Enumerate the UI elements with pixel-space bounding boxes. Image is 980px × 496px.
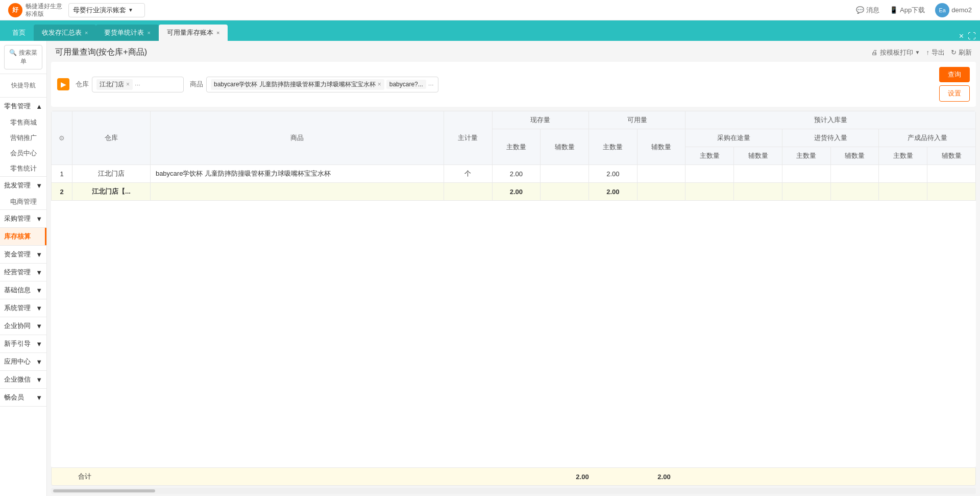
sidebar-section-inventory-header[interactable]: 库存核算 xyxy=(0,228,46,245)
filter-expand-button[interactable]: ▶ xyxy=(57,78,69,90)
sidebar-section-appcenter-header[interactable]: 应用中心 ▼ xyxy=(0,353,46,370)
subtotal-available-main: 2.00 xyxy=(589,183,638,201)
col-settings: ⚙ xyxy=(52,111,72,165)
tab-bar-actions: × ⛶ xyxy=(955,32,980,41)
warehouse-filter-group: 仓库 江北门店 × ··· xyxy=(76,77,184,92)
col-available-header: 可用量 xyxy=(589,111,685,129)
sidebar-item-retail-mall[interactable]: 零售商城 xyxy=(0,115,46,130)
page-header: 可用量查询(按仓库+商品) 🖨 按模板打印 ▼ ↑ 导出 ↻ 刷新 xyxy=(47,41,980,62)
row-1-purchase-aux xyxy=(734,165,782,183)
export-icon: ↑ xyxy=(926,49,930,56)
chevron-icon: ▼ xyxy=(36,358,42,366)
warehouse-field-ellipsis[interactable]: ··· xyxy=(135,81,140,88)
refresh-btn[interactable]: ↻ 刷新 xyxy=(951,48,972,57)
chevron-icon: ▼ xyxy=(36,340,42,348)
sidebar-section-operations-header[interactable]: 经营管理 ▼ xyxy=(0,264,46,281)
sidebar-section-retail-header[interactable]: 零售管理 ▲ xyxy=(0,98,46,115)
tab-home[interactable]: 首页 xyxy=(4,25,34,41)
chevron-icon: ▼ xyxy=(36,269,42,276)
row-1-purchase-main xyxy=(685,165,734,183)
chevron-icon: ▲ xyxy=(36,103,42,110)
col-current-aux-qty-header: 辅数量 xyxy=(541,129,589,165)
maximize-icon[interactable]: ⛶ xyxy=(968,32,976,41)
chevron-icon: ▼ xyxy=(36,251,42,258)
print-template-btn[interactable]: 🖨 按模板打印 ▼ xyxy=(871,48,920,57)
settings-button[interactable]: 设置 xyxy=(939,85,970,102)
industry-select[interactable]: 母婴行业演示账套 ▼ xyxy=(68,3,145,17)
sidebar-section-wechat-header[interactable]: 企业微信 ▼ xyxy=(0,371,46,388)
remove-warehouse-tag[interactable]: × xyxy=(126,81,130,88)
scroll-thumb[interactable] xyxy=(53,489,155,492)
query-button[interactable]: 查询 xyxy=(939,67,970,82)
row-1-production-aux xyxy=(927,165,976,183)
close-tab-order-stats[interactable]: × xyxy=(147,30,150,36)
sidebar-section-wholesale: 批发管理 ▼ 电商管理 xyxy=(0,177,46,210)
row-1-product: babycare学饮杯 儿童防摔防撞吸管杯重力球吸嘴杯宝宝水杯 xyxy=(150,165,444,183)
sidebar-section-appcenter: 应用中心 ▼ xyxy=(0,353,46,371)
sidebar-section-basic-header[interactable]: 基础信息 ▼ xyxy=(0,281,46,299)
message-icon: 💬 xyxy=(856,6,864,14)
close-tab-receive-summary[interactable]: × xyxy=(85,30,88,36)
message-action[interactable]: 💬 消息 xyxy=(856,6,879,15)
sidebar-section-newbie: 新手引导 ▼ xyxy=(0,335,46,353)
sidebar-section-member: 畅会员 ▼ xyxy=(0,389,46,407)
product-tag-2: babycare?... xyxy=(386,80,426,89)
sidebar-section-newbie-header[interactable]: 新手引导 ▼ xyxy=(0,335,46,352)
tab-receive-summary[interactable]: 收发存汇总表 × xyxy=(34,25,96,41)
filter-bar: ▶ 仓库 江北门店 × ··· 商品 babycare学饮杯 儿童防摔防撞吸管杯… xyxy=(51,62,976,107)
sidebar-section-member-header[interactable]: 畅会员 ▼ xyxy=(0,389,46,406)
warehouse-field[interactable]: 江北门店 × ··· xyxy=(92,77,184,92)
sidebar-quick-nav-item[interactable]: 快捷导航 xyxy=(0,78,46,93)
sidebar: 🔍 搜索菜单 快捷导航 零售管理 ▲ 零售商城 营销推广 会员中心 零售统计 批… xyxy=(0,41,47,496)
user-profile[interactable]: Ea demo2 xyxy=(935,3,972,17)
col-available-aux-qty-header: 辅数量 xyxy=(637,129,685,165)
top-bar-left: 好 畅捷通好生意 标准版 母婴行业演示账套 ▼ xyxy=(8,3,145,17)
col-product-header: 商品 xyxy=(150,111,444,165)
sidebar-search-button[interactable]: 🔍 搜索菜单 xyxy=(4,45,42,69)
export-btn[interactable]: ↑ 导出 xyxy=(926,48,945,57)
row-1-available-main: 2.00 xyxy=(589,165,638,183)
sidebar-item-marketing[interactable]: 营销推广 xyxy=(0,130,46,146)
settings-icon[interactable]: ⚙ xyxy=(57,133,67,143)
sidebar-item-members[interactable]: 会员中心 xyxy=(0,146,46,161)
top-bar: 好 畅捷通好生意 标准版 母婴行业演示账套 ▼ 💬 消息 📱 App下载 Ea … xyxy=(0,0,980,20)
subtotal-inbound-aux xyxy=(830,183,879,201)
print-icon: 🖨 xyxy=(871,49,878,56)
subtotal-production-aux xyxy=(927,183,976,201)
col-inbound-header: 进货待入量 xyxy=(782,129,878,147)
logo-text: 畅捷通好生意 标准版 xyxy=(26,3,62,17)
chevron-icon: ▼ xyxy=(36,394,42,401)
sidebar-item-retail-stats[interactable]: 零售统计 xyxy=(0,161,46,176)
row-1-inbound-main xyxy=(782,165,830,183)
sidebar-item-ecommerce[interactable]: 电商管理 xyxy=(0,194,46,209)
col-current-stock-header: 现存量 xyxy=(492,111,589,129)
warehouse-tag: 江北门店 × xyxy=(96,79,133,90)
product-field-ellipsis[interactable]: ··· xyxy=(428,81,434,88)
app-download-action[interactable]: 📱 App下载 xyxy=(890,6,925,15)
close-tab-available-stock[interactable]: × xyxy=(216,30,219,36)
col-production-main-header: 主数量 xyxy=(879,147,927,165)
remove-product-tag-1[interactable]: × xyxy=(378,81,381,88)
sidebar-section-purchase-header[interactable]: 采购管理 ▼ xyxy=(0,210,46,227)
filter-actions: 查询 设置 xyxy=(939,67,970,102)
search-icon: 🔍 xyxy=(9,49,17,56)
sidebar-section-enterprise-header[interactable]: 企业协同 ▼ xyxy=(0,317,46,335)
chevron-icon: ▼ xyxy=(36,376,42,384)
chevron-icon: ▼ xyxy=(36,287,42,294)
sidebar-section-finance-header[interactable]: 资金管理 ▼ xyxy=(0,246,46,263)
close-all-tabs[interactable]: × xyxy=(959,32,964,41)
subtotal-index: 2 xyxy=(52,183,72,201)
tab-available-stock[interactable]: 可用量库存账本 × xyxy=(159,25,228,41)
footer-available-main: 2.00 xyxy=(644,473,684,481)
product-field[interactable]: babycare学饮杯 儿童防摔防撞吸管杯重力球吸嘴杯宝宝水杯 × babyca… xyxy=(206,77,438,92)
mobile-icon: 📱 xyxy=(890,6,898,14)
product-label: 商品 xyxy=(190,80,203,89)
sidebar-section-system-header[interactable]: 系统管理 ▼ xyxy=(0,299,46,317)
tab-order-stats[interactable]: 要货单统计表 × xyxy=(96,25,158,41)
sidebar-section-wholesale-header[interactable]: 批发管理 ▼ xyxy=(0,177,46,194)
sidebar-search-area: 🔍 搜索菜单 xyxy=(0,41,46,74)
logo-icon: 好 xyxy=(8,3,22,17)
footer-current-main: 2.00 xyxy=(562,473,603,481)
horizontal-scrollbar[interactable] xyxy=(51,488,976,494)
subtotal-current-main: 2.00 xyxy=(492,183,541,201)
